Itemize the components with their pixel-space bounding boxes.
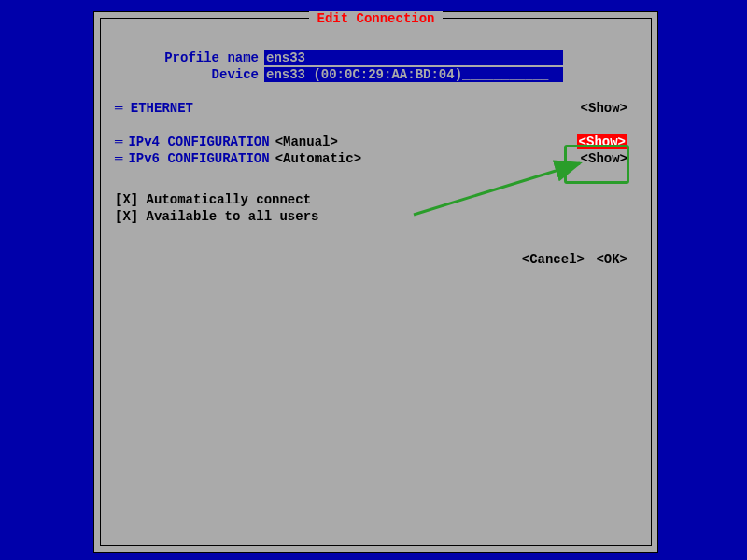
ethernet-section: ═ ETHERNET <Show> [115, 101, 637, 116]
ethernet-label: ═ ETHERNET [115, 101, 193, 116]
dialog-buttons: <Cancel> <OK> [115, 252, 627, 267]
profile-name-row: Profile name ens33 [115, 50, 637, 65]
auto-connect-checkbox[interactable]: [X] Automatically connect [115, 192, 637, 207]
ipv4-label: IPv4 CONFIGURATION [128, 134, 269, 149]
dialog-title: Edit Connection [309, 11, 442, 26]
dialog-border: Edit Connection Profile name ens33 Devic… [100, 18, 652, 546]
device-label: Device [115, 67, 264, 82]
ethernet-show-button[interactable]: <Show> [581, 101, 627, 116]
profile-name-label: Profile name [115, 50, 264, 65]
profile-name-input[interactable]: ens33 [264, 50, 563, 65]
ipv4-show-button[interactable]: <Show> [577, 134, 627, 149]
device-row: Device ens33 (00:0C:29:AA:BD:04)________… [115, 67, 637, 82]
edit-connection-dialog: Edit Connection Profile name ens33 Devic… [93, 11, 658, 553]
all-users-checkbox[interactable]: [X] Available to all users [115, 209, 637, 224]
dialog-content: Profile name ens33 Device ens33 (00:0C:2… [115, 47, 637, 531]
cancel-button[interactable]: <Cancel> [522, 252, 585, 267]
device-input[interactable]: ens33 (00:0C:29:AA:BD:04)___________ [264, 67, 563, 82]
ok-button[interactable]: <OK> [596, 252, 627, 267]
ipv4-eq: ═ [115, 134, 122, 149]
ipv4-section: ═ IPv4 CONFIGURATION <Manual> <Show> [115, 134, 637, 149]
ipv6-eq: ═ [115, 151, 122, 166]
ipv6-mode-select[interactable]: <Automatic> [275, 151, 361, 166]
ipv6-show-button[interactable]: <Show> [581, 151, 627, 166]
ipv4-mode-select[interactable]: <Manual> [275, 134, 338, 149]
ipv6-section: ═ IPv6 CONFIGURATION <Automatic> <Show> [115, 151, 637, 166]
ipv6-label: IPv6 CONFIGURATION [128, 151, 269, 166]
